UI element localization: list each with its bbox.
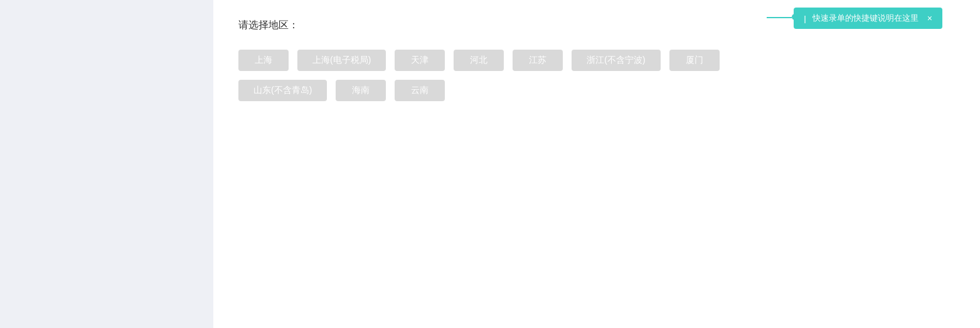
region-btn-xiamen[interactable]: 厦门 [669, 50, 720, 71]
tooltip-bar: 快速录单的快捷键说明在这里 × [794, 8, 942, 29]
region-btn-shanghai-etax[interactable]: 上海(电子税局) [297, 50, 386, 71]
region-buttons: 上海上海(电子税局)天津河北江苏浙江(不含宁波)厦门山东(不含青岛)海南云南 [238, 50, 955, 101]
region-btn-yunnan[interactable]: 云南 [395, 80, 445, 101]
region-btn-hebei[interactable]: 河北 [454, 50, 504, 71]
tooltip-dot [792, 14, 798, 20]
region-btn-shanghai[interactable]: 上海 [238, 50, 289, 71]
region-btn-shandong[interactable]: 山东(不含青岛) [238, 80, 327, 101]
region-btn-jiangsu[interactable]: 江苏 [513, 50, 563, 71]
region-btn-tianjin[interactable]: 天津 [395, 50, 445, 71]
tooltip-line [767, 17, 792, 18]
tooltip-close-button[interactable]: × [927, 13, 932, 23]
tooltip-text: 快速录单的快捷键说明在这里 [812, 13, 919, 24]
left-sidebar [0, 0, 213, 328]
region-btn-hainan[interactable]: 海南 [336, 80, 386, 101]
region-btn-zhejiang[interactable]: 浙江(不含宁波) [572, 50, 660, 71]
main-content: 请选择地区： 上海上海(电子税局)天津河北江苏浙江(不含宁波)厦门山东(不含青岛… [213, 0, 980, 328]
